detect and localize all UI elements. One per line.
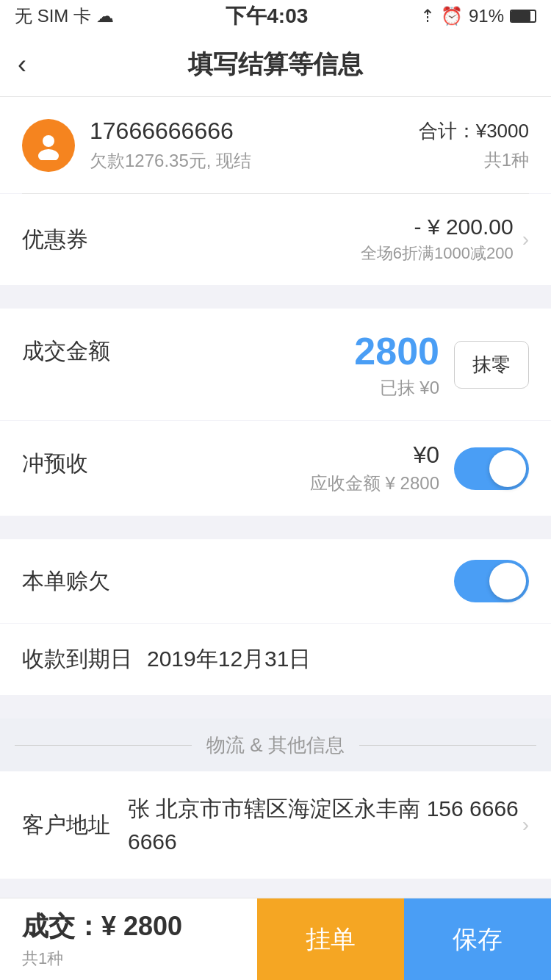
writeoff-section: 本单赊欠 收款到期日 2019年12月31日	[0, 539, 551, 695]
deal-amount-value-wrap: 2800 已抹 ¥0	[354, 329, 439, 400]
deal-amount-row: 成交金额 2800 已抹 ¥0 抹零	[0, 309, 551, 421]
divider-line-right	[359, 745, 536, 746]
battery-icon: ⇡	[420, 6, 435, 26]
clock-icon: ⏰	[441, 6, 463, 26]
svg-point-0	[43, 135, 54, 147]
deal-amount-erased: 已抹 ¥0	[354, 376, 439, 400]
divider-line-left	[15, 745, 192, 746]
customer-debt: 欠款1276.35元, 现结	[90, 149, 251, 173]
back-button[interactable]: ‹	[18, 49, 26, 80]
summary-deal-value: ¥ 2800	[101, 911, 182, 941]
customer-phone: 17666666666	[90, 118, 251, 145]
total-count: 共1种	[419, 148, 529, 172]
prepaid-receivable: 应收金额 ¥ 2800	[310, 472, 439, 495]
prepaid-amount-wrap: ¥0 应收金额 ¥ 2800	[310, 442, 439, 495]
hold-button[interactable]: 挂单	[257, 898, 404, 981]
writeoff-label: 本单赊欠	[22, 566, 110, 597]
summary-deal: 成交：¥ 2800	[22, 909, 235, 945]
duedate-value: 2019年12月31日	[147, 644, 311, 674]
status-left: 无 SIM 卡 ☁	[15, 4, 114, 28]
battery-bar	[510, 10, 536, 23]
address-row[interactable]: 客户地址 张 北京市市辖区海淀区永丰南 156 6666 6666 ›	[0, 771, 551, 879]
logistics-divider: 物流 & 其他信息	[0, 718, 551, 771]
address-chevron-icon: ›	[522, 813, 529, 837]
bottom-bar: 成交：¥ 2800 共1种 挂单 保存	[0, 898, 551, 980]
status-time: 下午4:03	[226, 2, 308, 30]
coupon-label: 优惠券	[22, 225, 88, 255]
status-bar: 无 SIM 卡 ☁ 下午4:03 ⇡ ⏰ 91%	[0, 0, 551, 32]
svg-point-1	[38, 149, 59, 160]
writeoff-row: 本单赊欠	[0, 539, 551, 623]
prepaid-amount: ¥0	[310, 442, 439, 469]
duedate-row: 收款到期日 2019年12月31日	[0, 623, 551, 695]
round-button[interactable]: 抹零	[454, 341, 529, 389]
deal-amount-value: 2800	[354, 329, 439, 373]
total-label: 合计：¥3000	[419, 118, 529, 144]
separator-1	[0, 297, 551, 309]
prepaid-label: 冲预收	[22, 442, 88, 479]
summary-count: 共1种	[22, 948, 235, 970]
prepaid-toggle[interactable]	[454, 447, 529, 490]
address-label: 客户地址	[22, 810, 110, 840]
battery-text: 91%	[469, 6, 504, 26]
separator-3	[0, 707, 551, 718]
coupon-discount: - ¥ 200.00	[361, 215, 514, 239]
deal-amount-section: 成交金额 2800 已抹 ¥0 抹零 冲预收 ¥0 应收金额 ¥ 2800	[0, 309, 551, 516]
chevron-right-icon: ›	[522, 228, 529, 251]
main-content: 17666666666 欠款1276.35元, 现结 合计：¥3000 共1种 …	[0, 97, 551, 980]
bottom-summary: 成交：¥ 2800 共1种	[0, 909, 257, 970]
separator-2	[0, 527, 551, 539]
prepaid-right: ¥0 应收金额 ¥ 2800	[310, 442, 529, 495]
summary-deal-label: 成交：	[22, 911, 101, 941]
customer-card: 17666666666 欠款1276.35元, 现结 合计：¥3000 共1种	[0, 97, 551, 193]
customer-total: 合计：¥3000 共1种	[419, 118, 529, 172]
avatar	[22, 119, 75, 172]
coupon-row[interactable]: 优惠券 - ¥ 200.00 全场6折满1000减200 ›	[0, 194, 551, 285]
writeoff-toggle[interactable]	[454, 560, 529, 602]
nav-bar: ‹ 填写结算等信息	[0, 32, 551, 97]
coupon-info: - ¥ 200.00 全场6折满1000减200	[361, 215, 514, 264]
status-right: ⇡ ⏰ 91%	[420, 6, 536, 26]
logistics-text: 物流 & 其他信息	[206, 732, 345, 758]
deal-amount-right: 2800 已抹 ¥0 抹零	[354, 329, 529, 400]
duedate-label: 收款到期日	[22, 644, 132, 674]
customer-left: 17666666666 欠款1276.35元, 现结	[22, 118, 251, 173]
save-button[interactable]: 保存	[404, 898, 551, 981]
address-value: 张 北京市市辖区海淀区永丰南 156 6666 6666	[128, 792, 522, 858]
deal-amount-label: 成交金额	[22, 329, 110, 367]
coupon-right: - ¥ 200.00 全场6折满1000减200 ›	[361, 215, 529, 264]
page-title: 填写结算等信息	[188, 48, 363, 82]
sim-signal-text: 无 SIM 卡 ☁	[15, 4, 114, 28]
coupon-desc: 全场6折满1000减200	[361, 242, 514, 264]
prepaid-row: 冲预收 ¥0 应收金额 ¥ 2800	[0, 421, 551, 516]
customer-info: 17666666666 欠款1276.35元, 现结	[90, 118, 251, 173]
